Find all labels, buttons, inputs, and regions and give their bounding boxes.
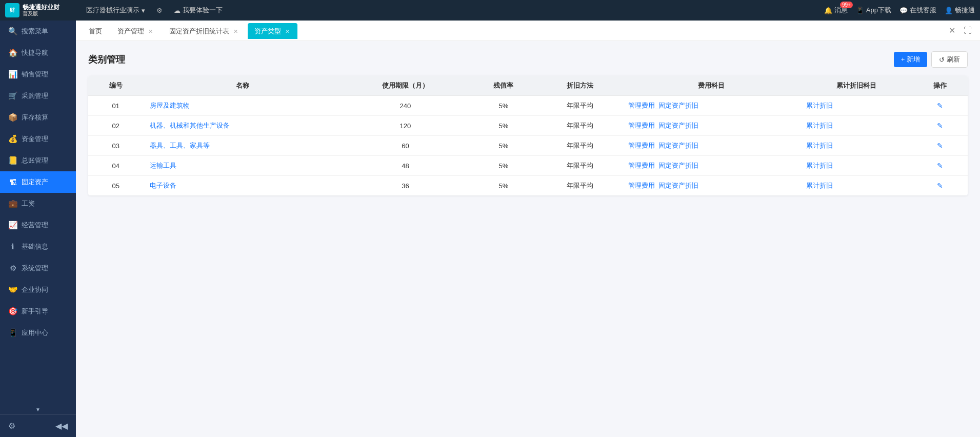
cell-accumulated[interactable]: 累计折旧 xyxy=(800,176,912,196)
refresh-button[interactable]: ↺ 刷新 xyxy=(931,51,968,68)
sidebar-label-ledger: 总账管理 xyxy=(22,156,48,165)
edit-icon-row-2[interactable]: ✎ xyxy=(937,142,943,150)
cell-expense[interactable]: 管理费用_固定资产折旧 xyxy=(622,96,800,116)
close-tab-icon[interactable]: ✕ xyxy=(947,25,957,36)
cell-accumulated[interactable]: 累计折旧 xyxy=(800,136,912,156)
tab-label-asset-type: 资产类型 xyxy=(254,27,281,36)
tab-close-asset-mgmt[interactable]: ✕ xyxy=(147,28,154,35)
sidebar-item-sales[interactable]: 📊 销售管理 xyxy=(0,64,76,85)
cell-name[interactable]: 房屋及建筑物 xyxy=(144,96,342,116)
service-icon: 💬 xyxy=(899,7,908,14)
sidebar-label-purchase: 采购管理 xyxy=(22,91,48,101)
fixed-assets-icon: 🏗 xyxy=(8,177,17,187)
settings-icon[interactable]: ⚙ xyxy=(153,5,166,16)
sidebar-item-operations[interactable]: 📈 经营管理 xyxy=(0,214,76,236)
sidebar-item-guide[interactable]: 🎯 新手引导 xyxy=(0,301,76,322)
table-row: 01 房屋及建筑物 240 5% 年限平均 管理费用_固定资产折旧 累计折旧 ✎ xyxy=(88,96,968,116)
cell-period: 60 xyxy=(342,136,469,156)
cell-code: 05 xyxy=(88,176,144,196)
tab-asset-type[interactable]: 资产类型✕ xyxy=(248,23,297,39)
cell-expense[interactable]: 管理费用_固定资产折旧 xyxy=(622,156,800,176)
sidebar-item-ledger[interactable]: 📒 总账管理 xyxy=(0,150,76,171)
sidebar-scroll: 🔍 搜索菜单 🏠 快捷导航 📊 销售管理 🛒 采购管理 📦 库存核算 💰 资金管… xyxy=(0,21,76,404)
new-button[interactable]: + 新增 xyxy=(894,52,927,67)
col-header: 名称 xyxy=(144,76,342,96)
cell-expense[interactable]: 管理费用_固定资产折旧 xyxy=(622,116,800,136)
cell-residual: 5% xyxy=(469,116,538,136)
table-row: 05 电子设备 36 5% 年限平均 管理费用_固定资产折旧 累计折旧 ✎ xyxy=(88,176,968,196)
cell-name[interactable]: 机器、机械和其他生产设备 xyxy=(144,116,342,136)
sidebar-item-system[interactable]: ⚙ 系统管理 xyxy=(0,257,76,279)
col-header: 使用期限（月） xyxy=(342,76,469,96)
user-menu[interactable]: 👤 畅捷通 xyxy=(945,6,975,15)
sidebar-item-funds[interactable]: 💰 资金管理 xyxy=(0,128,76,150)
scroll-down-icon: ▼ xyxy=(35,407,41,412)
sidebar-item-search[interactable]: 🔍 搜索菜单 xyxy=(0,21,76,42)
cloud-icon: ☁ xyxy=(174,7,181,14)
col-header: 折旧方法 xyxy=(538,76,622,96)
cell-residual: 5% xyxy=(469,136,538,156)
cell-accumulated[interactable]: 累计折旧 xyxy=(800,116,912,136)
sidebar-label-sales: 销售管理 xyxy=(22,70,48,79)
cell-method: 年限平均 xyxy=(538,176,622,196)
sidebar: 🔍 搜索菜单 🏠 快捷导航 📊 销售管理 🛒 采购管理 📦 库存核算 💰 资金管… xyxy=(0,21,76,437)
sidebar-item-payroll[interactable]: 💼 工资 xyxy=(0,193,76,214)
funds-icon: 💰 xyxy=(8,134,17,144)
experience-button[interactable]: ☁ 我要体验一下 xyxy=(170,4,227,16)
cell-name[interactable]: 运输工具 xyxy=(144,156,342,176)
refresh-icon: ↺ xyxy=(939,56,945,64)
app-name: 畅捷通好业财 xyxy=(23,4,59,11)
main-layout: 🔍 搜索菜单 🏠 快捷导航 📊 销售管理 🛒 采购管理 📦 库存核算 💰 资金管… xyxy=(0,21,980,437)
cell-expense[interactable]: 管理费用_固定资产折旧 xyxy=(622,136,800,156)
page-actions: + 新增 ↺ 刷新 xyxy=(894,51,968,68)
sidebar-item-app-center[interactable]: 📱 应用中心 xyxy=(0,322,76,344)
app-edition: 普及版 xyxy=(23,11,59,17)
sidebar-item-fixed-assets[interactable]: 🏗 固定资产 xyxy=(0,171,76,193)
app-download-btn[interactable]: 📱 App下载 xyxy=(856,6,891,15)
quick-nav-icon: 🏠 xyxy=(8,48,17,57)
col-header: 残值率 xyxy=(469,76,538,96)
cell-accumulated[interactable]: 累计折旧 xyxy=(800,96,912,116)
cell-code: 01 xyxy=(88,96,144,116)
sidebar-item-basic-info[interactable]: ℹ 基础信息 xyxy=(0,236,76,257)
sidebar-item-inventory[interactable]: 📦 库存核算 xyxy=(0,107,76,128)
edit-icon-row-0[interactable]: ✎ xyxy=(937,102,943,110)
cell-action: ✎ xyxy=(912,116,968,136)
message-btn[interactable]: 🔔 消息 99+ xyxy=(824,6,848,15)
topbar-center: 医疗器械行业演示 ▾ ⚙ ☁ 我要体验一下 xyxy=(77,4,824,16)
sidebar-label-payroll: 工资 xyxy=(22,199,35,208)
app-center-icon: 📱 xyxy=(8,328,17,337)
sidebar-scroll-down[interactable]: ▼ xyxy=(0,404,76,414)
tab-asset-mgmt[interactable]: 资产管理✕ xyxy=(111,23,161,39)
online-service-btn[interactable]: 💬 在线客服 xyxy=(899,6,936,15)
edit-icon-row-1[interactable]: ✎ xyxy=(937,122,943,130)
tab-close-asset-type[interactable]: ✕ xyxy=(284,28,291,35)
sidebar-item-quick-nav[interactable]: 🏠 快捷导航 xyxy=(0,42,76,64)
sidebar-settings-icon[interactable]: ⚙ xyxy=(6,419,17,433)
cell-accumulated[interactable]: 累计折旧 xyxy=(800,156,912,176)
tab-home[interactable]: 首页 xyxy=(82,23,109,39)
maximize-icon[interactable]: ⛶ xyxy=(962,25,974,36)
topbar: 财 畅捷通好业财 普及版 医疗器械行业演示 ▾ ⚙ ☁ 我要体验一下 🔔 消息 … xyxy=(0,0,980,21)
logo-icon: 财 xyxy=(5,3,19,17)
edit-icon-row-4[interactable]: ✎ xyxy=(937,182,943,190)
edit-icon-row-3[interactable]: ✎ xyxy=(937,162,943,170)
table-row: 04 运输工具 48 5% 年限平均 管理费用_固定资产折旧 累计折旧 ✎ xyxy=(88,156,968,176)
sidebar-collapse-icon[interactable]: ◀◀ xyxy=(53,419,70,433)
sidebar-label-funds: 资金管理 xyxy=(22,134,48,144)
company-selector[interactable]: 医疗器械行业演示 ▾ xyxy=(82,4,149,16)
cell-code: 04 xyxy=(88,156,144,176)
user-icon: 👤 xyxy=(945,7,953,14)
cell-expense[interactable]: 管理费用_固定资产折旧 xyxy=(622,176,800,196)
app-logo: 财 畅捷通好业财 普及版 xyxy=(5,3,77,17)
sidebar-item-enterprise[interactable]: 🤝 企业协同 xyxy=(0,279,76,301)
cell-name[interactable]: 电子设备 xyxy=(144,176,342,196)
cell-action: ✎ xyxy=(912,136,968,156)
app-download-label: App下载 xyxy=(866,6,891,15)
tab-depreciation-table[interactable]: 固定资产折旧统计表✕ xyxy=(163,23,246,39)
cell-name[interactable]: 器具、工具、家具等 xyxy=(144,136,342,156)
sidebar-item-purchase[interactable]: 🛒 采购管理 xyxy=(0,85,76,107)
user-name: 畅捷通 xyxy=(955,6,975,15)
tab-close-depreciation-table[interactable]: ✕ xyxy=(232,28,239,35)
online-service-label: 在线客服 xyxy=(910,6,936,15)
